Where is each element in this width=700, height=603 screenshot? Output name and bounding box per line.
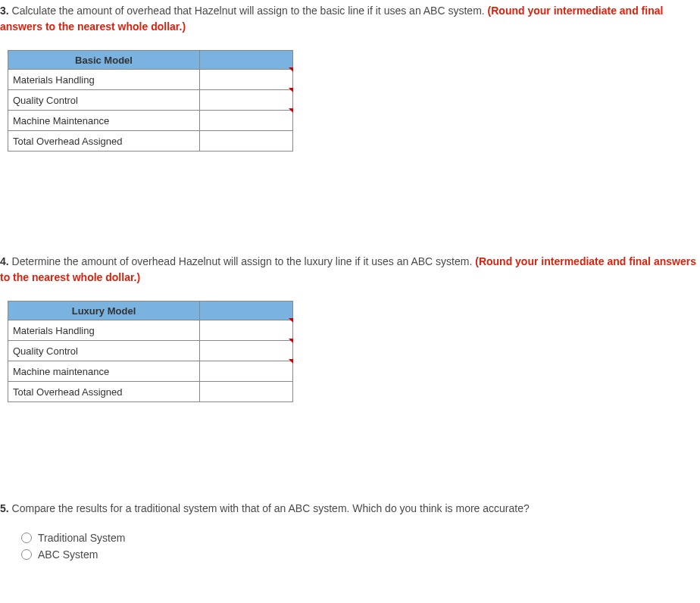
total-overhead-cell: [200, 131, 293, 152]
required-marker-icon: [289, 88, 293, 92]
row-label: Materials Handling: [8, 70, 200, 90]
option-label: Traditional System: [38, 532, 125, 544]
row-label: Quality Control: [8, 90, 200, 111]
required-marker-icon: [289, 318, 293, 323]
row-label: Total Overhead Assigned: [8, 131, 200, 152]
q4-number: 4.: [0, 255, 9, 267]
quality-control-input-cell-luxury[interactable]: [200, 341, 293, 361]
luxury-model-header-blank: [200, 302, 293, 320]
option-traditional[interactable]: Traditional System: [21, 532, 700, 544]
table-row: Quality Control: [8, 341, 293, 361]
required-marker-icon: [289, 67, 293, 72]
table-row: Quality Control: [8, 90, 293, 111]
table-row: Materials Handling: [8, 320, 293, 341]
total-overhead-cell-luxury: [200, 382, 293, 402]
option-abc[interactable]: ABC System: [21, 548, 700, 561]
materials-handling-input-cell-luxury[interactable]: [200, 320, 293, 341]
option-label: ABC System: [38, 548, 98, 561]
question-5-prompt: 5. Compare the results for a traditional…: [0, 501, 700, 517]
table-row: Materials Handling: [8, 70, 293, 90]
radio-icon: [21, 533, 32, 543]
basic-model-header: Basic Model: [8, 51, 200, 70]
row-label: Total Overhead Assigned: [8, 382, 200, 402]
question-4-prompt: 4. Determine the amount of overhead Haze…: [0, 254, 700, 286]
materials-handling-input-cell[interactable]: [200, 70, 293, 90]
q3-text: Calculate the amount of overhead that Ha…: [9, 5, 488, 17]
table-row: Total Overhead Assigned: [8, 382, 293, 402]
q5-text: Compare the results for a traditional sy…: [9, 502, 530, 514]
luxury-model-table: Luxury Model Materials Handling Quality …: [8, 301, 293, 402]
machine-maintenance-input-cell-luxury[interactable]: [200, 361, 293, 382]
row-label: Machine maintenance: [8, 361, 200, 382]
table-row: Machine Maintenance: [8, 111, 293, 131]
luxury-model-header: Luxury Model: [8, 302, 200, 320]
q5-number: 5.: [0, 502, 9, 514]
row-label: Materials Handling: [8, 320, 200, 341]
radio-icon: [21, 549, 32, 560]
machine-maintenance-input-cell[interactable]: [200, 111, 293, 131]
quality-control-input-cell[interactable]: [200, 90, 293, 111]
table-row: Machine maintenance: [8, 361, 293, 382]
required-marker-icon: [289, 359, 293, 364]
required-marker-icon: [289, 339, 293, 343]
basic-model-header-blank: [200, 51, 293, 70]
question-3-prompt: 3. Calculate the amount of overhead that…: [0, 3, 700, 35]
required-marker-icon: [289, 108, 293, 113]
q5-options: Traditional System ABC System: [21, 532, 700, 561]
q3-number: 3.: [0, 5, 9, 17]
basic-model-table: Basic Model Materials Handling Quality C…: [8, 50, 293, 152]
row-label: Machine Maintenance: [8, 111, 200, 131]
q4-text: Determine the amount of overhead Hazelnu…: [9, 255, 476, 267]
table-row: Total Overhead Assigned: [8, 131, 293, 152]
row-label: Quality Control: [8, 341, 200, 361]
